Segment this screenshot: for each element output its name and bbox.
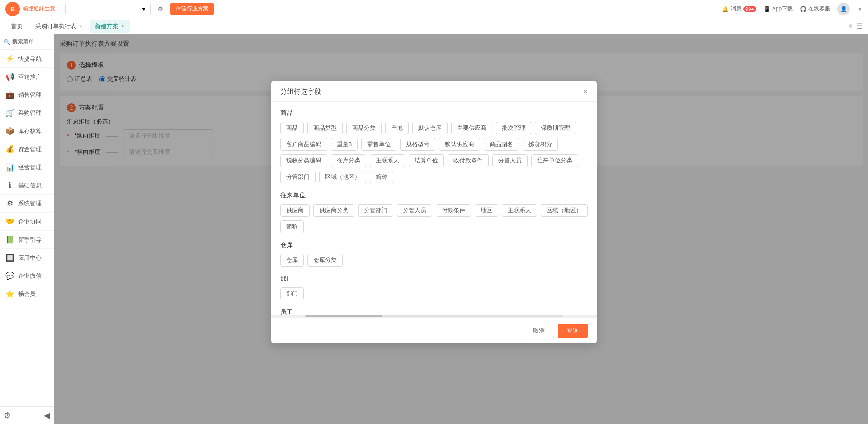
field-tag-shelf-life[interactable]: 保质期管理	[535, 122, 576, 134]
field-tag-origin[interactable]: 产地	[385, 122, 409, 134]
user-expand-icon[interactable]: ▼	[857, 6, 863, 12]
section-department-tags: 部门	[280, 287, 588, 300]
gear-icon[interactable]: ⚙	[154, 3, 167, 15]
modal-horizontal-scrollbar[interactable]	[271, 315, 597, 318]
field-tag-product-category[interactable]: 商品分类	[346, 122, 382, 134]
field-tag-short-name[interactable]: 简称	[370, 171, 393, 183]
inventory-icon: 📦	[5, 127, 14, 135]
field-tag-partner-category[interactable]: 往来单位分类	[531, 154, 578, 167]
tab-purchase-order-close[interactable]: ×	[79, 23, 82, 29]
section-warehouse-tags: 仓库 仓库分类	[280, 254, 588, 267]
field-tag-payment-terms[interactable]: 收付款条件	[448, 154, 489, 167]
tab-home[interactable]: 首页	[5, 20, 28, 33]
online-service-item[interactable]: 🎧 在线客服	[800, 5, 830, 13]
tab-new-plan[interactable]: 新建方案 ×	[90, 20, 130, 33]
field-tag-dept2[interactable]: 分管部门	[358, 204, 393, 217]
sidebar-collapse-button[interactable]: ◀	[44, 410, 50, 420]
avatar[interactable]: 👤	[837, 3, 850, 15]
field-tag-pick-score[interactable]: 拣货积分	[523, 138, 558, 151]
sidebar-item-app-center[interactable]: 🔲 应用中心	[0, 249, 54, 267]
quick-nav-icon: ⚡	[5, 54, 14, 63]
field-tag-tax-code[interactable]: 税收分类编码	[280, 154, 327, 167]
field-tag-short-name2[interactable]: 简称	[280, 220, 304, 233]
field-tag-main-contact[interactable]: 主联系人	[370, 154, 405, 167]
sidebar-search[interactable]: 🔍 搜索菜单	[0, 34, 54, 50]
field-tag-region[interactable]: 区域（地区）	[319, 171, 366, 183]
tab-close-all[interactable]: ×	[849, 22, 853, 30]
field-tag-default-warehouse[interactable]: 默认仓库	[412, 122, 448, 134]
modal-footer: 取消 查询	[271, 318, 597, 343]
field-tag-settlement-unit[interactable]: 结算单位	[409, 154, 444, 167]
logo-area: B 畅捷通好生意	[5, 2, 60, 16]
field-tag-region2[interactable]: 区域（地区）	[541, 204, 588, 217]
field-tag-supplier-category[interactable]: 供应商分类	[313, 204, 354, 217]
purchase-icon: 🛒	[5, 109, 14, 117]
cooperation-icon: 🤝	[5, 217, 14, 226]
section-product: 商品 商品 商品类型 商品分类 产地 默认仓库 主要供应商 批次管理 保质期管理…	[280, 109, 588, 183]
sidebar-item-operations[interactable]: 📊 经营管理	[0, 158, 54, 176]
field-tag-dept[interactable]: 分管部门	[280, 171, 316, 183]
sidebar-item-quick-nav[interactable]: ⚡ 快捷导航	[0, 50, 54, 68]
field-select-modal: 分组待选字段 × 商品 商品 商品类型 商品分类 产地 默认仓库 主要供应商 批…	[271, 81, 597, 343]
operations-icon: 📊	[5, 163, 14, 172]
field-tag-supplier[interactable]: 供应商	[280, 204, 310, 217]
sidebar-item-guide[interactable]: 📗 新手引导	[0, 231, 54, 249]
sidebar-item-finance[interactable]: 💰 资金管理	[0, 140, 54, 158]
tab-menu-icon[interactable]: ☰	[856, 22, 863, 30]
modal-header: 分组待选字段 ×	[271, 81, 597, 102]
field-tag-product-type[interactable]: 商品类型	[307, 122, 343, 134]
field-tag-area[interactable]: 地区	[475, 204, 498, 217]
modal-close-button[interactable]: ×	[583, 87, 588, 95]
field-tag-supervisor2[interactable]: 分管人员	[397, 204, 432, 217]
field-tag-retail-unit[interactable]: 零售单位	[361, 138, 396, 151]
sidebar-item-inventory[interactable]: 📦 库存核算	[0, 122, 54, 140]
notification-item[interactable]: 🔔 消息 99+	[722, 5, 756, 13]
notification-badge: 99+	[743, 6, 756, 12]
section-warehouse: 仓库 仓库 仓库分类	[280, 241, 588, 267]
field-tag-default-supplier[interactable]: 默认供应商	[439, 138, 480, 151]
section-department: 部门 部门	[280, 275, 588, 300]
sidebar-item-marketing[interactable]: 📢 营销推广	[0, 68, 54, 86]
tab-new-plan-close[interactable]: ×	[121, 23, 124, 29]
sidebar-settings-button[interactable]: ⚙	[4, 410, 11, 420]
sidebar-item-cooperation[interactable]: 🤝 企业协同	[0, 213, 54, 231]
field-tag-weight[interactable]: 重量3	[331, 138, 358, 151]
section-department-title: 部门	[280, 275, 588, 283]
search-icon: 🔍	[4, 39, 10, 45]
field-tag-product[interactable]: 商品	[280, 122, 304, 134]
field-tag-batch-mgmt[interactable]: 批次管理	[496, 122, 531, 134]
modal-cancel-button[interactable]: 取消	[524, 324, 554, 338]
trial-button[interactable]: 体验行业方案	[170, 3, 214, 15]
section-partner-title: 往来单位	[280, 191, 588, 200]
section-employee: 员工 业务员	[280, 308, 588, 315]
field-tag-warehouse-category[interactable]: 仓库分类	[331, 154, 366, 167]
sidebar-item-purchase[interactable]: 🛒 采购管理	[0, 104, 54, 122]
header-search: ▼	[65, 3, 151, 15]
field-tag-product-alias[interactable]: 商品别名	[484, 138, 519, 151]
section-partner-tags: 供应商 供应商分类 分管部门 分管人员 付款条件 地区 主联系人 区域（地区） …	[280, 204, 588, 233]
sidebar-item-member[interactable]: ⭐ 畅会员	[0, 285, 54, 303]
service-icon: 🎧	[800, 6, 807, 12]
modal-confirm-button[interactable]: 查询	[558, 324, 588, 338]
field-tag-supervisor[interactable]: 分管人员	[492, 154, 528, 167]
field-tag-main-supplier[interactable]: 主要供应商	[451, 122, 492, 134]
sidebar-item-system[interactable]: ⚙ 系统管理	[0, 195, 54, 213]
sidebar-item-basic-info[interactable]: ℹ 基础信息	[0, 176, 54, 195]
field-tag-customer-code[interactable]: 客户商品编码	[280, 138, 327, 151]
search-input[interactable]	[65, 3, 137, 15]
field-tag-main-contact2[interactable]: 主联系人	[502, 204, 537, 217]
field-tag-warehouse-cat[interactable]: 仓库分类	[307, 254, 343, 267]
sidebar-item-sales[interactable]: 💼 销售管理	[0, 86, 54, 104]
app-download-item[interactable]: 📱 App下载	[764, 5, 793, 13]
field-tag-spec-model[interactable]: 规格型号	[400, 138, 435, 151]
field-tag-warehouse[interactable]: 仓库	[280, 254, 304, 267]
header-right: 🔔 消息 99+ 📱 App下载 🎧 在线客服 👤 ▼	[722, 3, 863, 15]
search-button[interactable]: ▼	[137, 3, 151, 15]
field-tag-department[interactable]: 部门	[280, 287, 304, 300]
top-header: B 畅捷通好生意 ▼ ⚙ 体验行业方案 🔔 消息 99+ 📱 App下载 🎧 在…	[0, 0, 868, 18]
sidebar-item-wechat[interactable]: 💬 企业微信	[0, 267, 54, 285]
section-partner: 往来单位 供应商 供应商分类 分管部门 分管人员 付款条件 地区 主联系人 区域…	[280, 191, 588, 233]
field-tag-payment-terms2[interactable]: 付款条件	[436, 204, 471, 217]
tab-purchase-order[interactable]: 采购订单执行表 ×	[30, 20, 88, 33]
finance-icon: 💰	[5, 145, 14, 153]
